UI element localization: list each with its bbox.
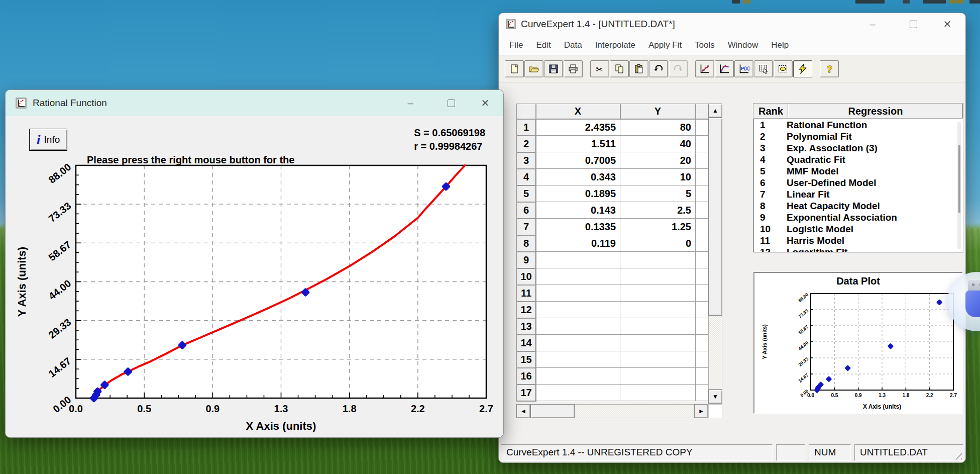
cell-y[interactable] <box>620 302 696 318</box>
mini-data-plot[interactable]: 0.00.50.91.31.82.22.70.0014.6729.3344.00… <box>754 285 964 413</box>
cell-x[interactable]: 0.7005 <box>536 152 620 169</box>
cell-x[interactable] <box>536 368 620 385</box>
cell-partial[interactable] <box>696 368 709 385</box>
cell-y[interactable]: 40 <box>620 136 696 152</box>
row-header[interactable]: 3 <box>517 152 536 169</box>
cell-x[interactable] <box>536 285 620 302</box>
cell-partial[interactable] <box>696 152 709 169</box>
fit-plot[interactable]: 0.00.50.91.31.82.22.70.0014.6729.3344.00… <box>6 150 504 438</box>
data-plot-panel[interactable]: Data Plot 0.00.50.91.31.82.22.70.0014.67… <box>753 272 963 414</box>
row-header[interactable]: 13 <box>517 318 536 335</box>
cell-partial[interactable] <box>696 136 709 152</box>
cell-partial[interactable] <box>696 235 709 252</box>
cell-x[interactable] <box>536 318 620 335</box>
cell-y[interactable]: 80 <box>620 119 696 136</box>
polynomial-fit-button[interactable]: P(x) <box>734 60 753 77</box>
table-horizontal-scroll-thumb[interactable] <box>530 404 575 418</box>
undo-button[interactable] <box>649 60 668 77</box>
cell-y[interactable] <box>620 252 696 268</box>
rank-column-header[interactable]: Rank <box>753 104 788 119</box>
cell-y[interactable] <box>620 268 696 285</box>
row-header[interactable]: 6 <box>517 202 536 219</box>
cell-y[interactable]: 10 <box>620 169 696 185</box>
menu-item-help[interactable]: Help <box>765 37 795 53</box>
cell-x[interactable]: 0.119 <box>536 235 620 252</box>
fit-maximize-button[interactable] <box>437 90 465 116</box>
menu-item-interpolate[interactable]: Interpolate <box>589 37 642 53</box>
cell-y[interactable] <box>620 335 696 351</box>
rank-item-11[interactable]: 11Harris Model <box>754 235 962 246</box>
cell-x[interactable]: 2.4355 <box>536 119 620 136</box>
row-header[interactable]: 15 <box>517 351 536 368</box>
zoom-extents-button[interactable] <box>774 60 793 77</box>
row-header[interactable]: 7 <box>517 219 536 235</box>
cell-y[interactable]: 5 <box>620 185 696 202</box>
regression-column-header[interactable]: Regression <box>788 104 963 119</box>
fit-window-titlebar[interactable]: Rational Function – ✕ <box>6 90 503 116</box>
fit-close-button[interactable]: ✕ <box>471 90 499 116</box>
cell-x[interactable] <box>536 268 620 285</box>
column-header-partial[interactable] <box>696 104 709 119</box>
cell-y[interactable] <box>620 385 696 401</box>
row-header[interactable]: 17 <box>517 385 536 401</box>
print-button[interactable] <box>564 60 583 77</box>
cell-partial[interactable] <box>696 335 709 351</box>
open-button[interactable] <box>524 60 543 77</box>
paste-button[interactable] <box>629 60 648 77</box>
cell-partial[interactable] <box>696 185 709 202</box>
table-scroll-down-button[interactable]: ▼ <box>708 390 722 404</box>
table-scroll-up-button[interactable]: ▲ <box>708 104 722 118</box>
cell-y[interactable]: 2.5 <box>620 202 696 219</box>
rank-item-3[interactable]: 3Exp. Association (3) <box>754 142 962 154</box>
menu-item-edit[interactable]: Edit <box>529 37 557 53</box>
copy-button[interactable] <box>610 60 629 77</box>
rank-item-9[interactable]: 9Exponential Association <box>754 212 962 223</box>
redo-button[interactable] <box>669 60 688 77</box>
menu-item-window[interactable]: Window <box>721 37 765 53</box>
curve-fit-button[interactable] <box>715 60 734 77</box>
rank-item-12[interactable]: 12Logarithm Fit <box>754 246 962 252</box>
row-header[interactable]: 2 <box>517 136 536 152</box>
cell-partial[interactable] <box>696 385 709 401</box>
rank-item-2[interactable]: 2Polynomial Fit <box>754 131 962 142</box>
new-button[interactable] <box>505 60 524 77</box>
table-scroll-left-button[interactable]: ◄ <box>516 404 530 418</box>
cell-y[interactable] <box>620 368 696 385</box>
cell-x[interactable]: 0.1335 <box>536 219 620 235</box>
row-header[interactable]: 10 <box>517 268 536 285</box>
table-corner-header[interactable] <box>517 104 536 119</box>
cell-x[interactable]: 0.1895 <box>536 185 620 202</box>
cell-y[interactable]: 0 <box>620 235 696 252</box>
rank-list-scrollbar[interactable] <box>957 122 961 249</box>
cell-x[interactable] <box>536 302 620 318</box>
rank-item-10[interactable]: 10Logistic Model <box>754 223 962 235</box>
cell-partial[interactable] <box>696 302 709 318</box>
cell-partial[interactable] <box>696 252 709 268</box>
cell-x[interactable] <box>536 351 620 368</box>
column-header-x[interactable]: X <box>536 104 620 119</box>
menu-item-file[interactable]: File <box>503 37 529 53</box>
row-header[interactable]: 16 <box>517 368 536 385</box>
linear-fit-button[interactable] <box>695 60 714 77</box>
cell-partial[interactable] <box>696 318 709 335</box>
row-header[interactable]: 4 <box>517 169 536 185</box>
cell-x[interactable] <box>536 335 620 351</box>
table-vertical-scroll-thumb[interactable] <box>708 118 722 316</box>
cell-x[interactable] <box>536 385 620 401</box>
minimize-button[interactable]: – <box>858 13 887 35</box>
rank-item-5[interactable]: 5MMF Model <box>754 165 962 177</box>
row-header[interactable]: 12 <box>517 302 536 318</box>
cell-y[interactable] <box>620 318 696 335</box>
cell-partial[interactable] <box>696 202 709 219</box>
rank-item-4[interactable]: 4Quadratic Fit <box>754 154 962 165</box>
close-button[interactable]: ✕ <box>933 13 961 35</box>
cut-button[interactable]: ✂ <box>590 60 609 77</box>
cell-y[interactable]: 1.25 <box>620 219 696 235</box>
cell-x[interactable]: 0.143 <box>536 202 620 219</box>
data-window-button[interactable] <box>754 60 773 77</box>
curveexpert-titlebar[interactable]: CurveExpert 1.4 - [UNTITLED.DAT*] – ✕ <box>499 13 965 35</box>
fit-minimize-button[interactable]: – <box>396 90 424 116</box>
cell-partial[interactable] <box>696 285 709 302</box>
table-scroll-right-button[interactable]: ► <box>694 404 708 418</box>
cell-partial[interactable] <box>696 351 709 368</box>
